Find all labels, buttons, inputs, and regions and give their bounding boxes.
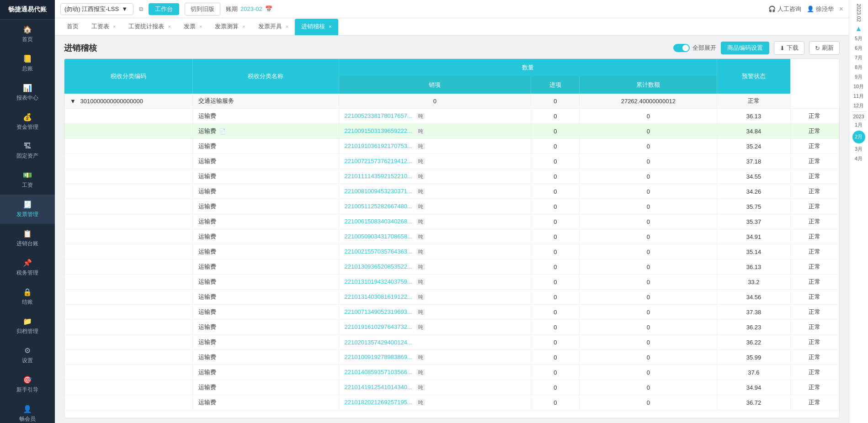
tab-close-工资表[interactable]: ×: [113, 24, 116, 29]
tab-工资表[interactable]: 工资表×: [85, 19, 122, 35]
cell-name: 运输费: [192, 305, 339, 320]
cell-invoice: 2210182021269257195... 吨: [339, 395, 531, 410]
unit-tag: 吨: [416, 249, 425, 255]
cell-code: [64, 365, 192, 380]
cell-code: [64, 259, 192, 275]
unit-tag: 吨: [416, 294, 425, 300]
headphone-icon: 🎧: [768, 5, 776, 12]
copy-icon[interactable]: ⧉: [139, 5, 143, 13]
cell-status: 正常: [790, 320, 839, 335]
cal-month-1月[interactable]: 1月: [852, 120, 865, 130]
cell-sale: 0: [531, 259, 580, 275]
tab-close-发票测算[interactable]: ×: [242, 24, 245, 29]
expand-icon[interactable]: ▼: [70, 98, 76, 105]
cal-up-arrow[interactable]: ▲: [854, 24, 863, 34]
tab-首页[interactable]: 首页: [60, 19, 85, 35]
sidebar-item-ledger[interactable]: 📒总账: [0, 49, 55, 78]
tab-发票开具[interactable]: 发票开具×: [252, 19, 295, 35]
sidebar-item-guide[interactable]: 🎯新手引导: [0, 370, 55, 399]
cell-status: 正常: [717, 94, 790, 109]
cell-invoice: 2210051125282667480... 吨: [339, 199, 531, 214]
sidebar-item-home[interactable]: 🏠首页: [0, 20, 55, 49]
sidebar-item-tax[interactable]: 📌税务管理: [0, 253, 55, 282]
right-calendar: 2023.02 ▲ 5月6月7月8月9月10月11月12月 2023 1月2月3…: [849, 0, 868, 423]
cell-invoice: 2210191036192170753... 吨: [339, 139, 531, 154]
cal-month-4月[interactable]: 4月: [852, 154, 865, 164]
tab-close-进销稽核[interactable]: ×: [329, 24, 331, 29]
topbar-right: 🎧 人工咨询 👤 徐泾华 ×: [768, 5, 843, 13]
period-selector[interactable]: 账期 2023-02 📅: [226, 5, 272, 13]
sidebar-item-invoice[interactable]: 🧾发票管理: [0, 195, 55, 224]
support-button[interactable]: 🎧 人工咨询: [768, 5, 801, 13]
cell-input: 0: [580, 275, 717, 290]
cal-month-8月[interactable]: 8月: [852, 63, 866, 72]
cal-month-7月[interactable]: 7月: [852, 53, 866, 63]
unit-tag: 吨: [416, 128, 425, 134]
page-actions: 全部展开 商品编码设置 ⬇ 下载 ↻ 刷新: [673, 41, 840, 55]
expand-toggle[interactable]: 全部展开: [673, 44, 716, 52]
settings-button[interactable]: 商品编码设置: [721, 42, 769, 54]
cal-month-10月[interactable]: 10月: [852, 82, 866, 91]
cal-month-2月[interactable]: 2月: [852, 131, 865, 143]
sidebar-item-report[interactable]: 📊报表中心: [0, 78, 55, 107]
table-row: 运输费 2210050903431708658... 吨 0 0 34.91 正…: [64, 229, 839, 244]
cell-status: 正常: [790, 124, 839, 139]
cell-invoice: 2210100919278983869... 吨: [339, 350, 531, 365]
unit-tag: 吨: [416, 233, 425, 240]
workspace-button[interactable]: 工作台: [149, 3, 179, 15]
cal-month-5月[interactable]: 5月: [852, 34, 866, 43]
settings-icon: ⚙: [24, 346, 31, 355]
cell-total: 37.6: [717, 365, 790, 380]
topbar-close-button[interactable]: ×: [839, 5, 843, 13]
cal-month-9月[interactable]: 9月: [852, 72, 866, 82]
switch-version-button[interactable]: 切到旧版: [185, 3, 220, 16]
table-row: 运输费 2210140859357103566... 吨 0 0 37.6 正常: [64, 365, 839, 380]
cell-input: 0: [580, 214, 717, 229]
cell-input: 0: [580, 169, 717, 184]
cell-sale: 0: [531, 350, 580, 365]
cal-month-11月[interactable]: 11月: [852, 91, 866, 101]
tab-发票测算[interactable]: 发票测算×: [208, 19, 251, 35]
cell-sale: 0: [531, 320, 580, 335]
sidebar-item-close[interactable]: 🔒结账: [0, 282, 55, 312]
sidebar-item-settings[interactable]: ⚙设置: [0, 341, 55, 370]
sidebar-item-sales[interactable]: 📋进销台账: [0, 224, 55, 253]
cell-invoice: 2210061508340340268... 吨: [339, 214, 531, 229]
cell-total: 36.13: [717, 109, 790, 124]
sidebar-item-archive[interactable]: 📁归档管理: [0, 312, 55, 341]
cell-total: 34.55: [717, 169, 790, 184]
cell-sale: 0: [531, 244, 580, 259]
table-row: 运输费 📄 2210091503139659222... 吨 0 0 34.84…: [64, 124, 839, 139]
tab-进销稽核[interactable]: 进销稽核×: [295, 19, 338, 35]
table-row: 运输费 2210051125282667480... 吨 0 0 35.75 正…: [64, 199, 839, 214]
user-menu[interactable]: 👤 徐泾华: [807, 5, 834, 13]
refresh-button[interactable]: ↻ 刷新: [809, 41, 840, 55]
cell-status: 正常: [790, 350, 839, 365]
table-row: 运输费 2210130936520853522... 吨 0 0 36.13 正…: [64, 259, 839, 275]
member-icon: 👤: [23, 405, 32, 413]
cell-sale: 0: [531, 380, 580, 395]
cell-code: [64, 380, 192, 395]
cell-name: 运输费: [192, 229, 339, 244]
toggle-switch[interactable]: [673, 44, 690, 52]
cell-status: 正常: [790, 184, 839, 199]
cal-month-6月[interactable]: 6月: [852, 43, 866, 53]
tab-发票[interactable]: 发票×: [177, 19, 208, 35]
sidebar-item-assets[interactable]: 🏗固定资产: [0, 137, 55, 165]
cell-total: 36.22: [717, 335, 790, 350]
cal-month-12月[interactable]: 12月: [852, 101, 866, 111]
download-button[interactable]: ⬇ 下载: [774, 41, 804, 55]
company-selector[interactable]: (勿动) 江西报宝-LSS ▼: [60, 3, 133, 15]
sidebar-item-capital[interactable]: 💰资金管理: [0, 107, 55, 137]
cal-month-3月[interactable]: 3月: [852, 144, 865, 154]
tab-工资统计报表[interactable]: 工资统计报表×: [122, 19, 177, 35]
cell-invoice: 2210130936520853522... 吨: [339, 259, 531, 275]
table-row: 运输费 2210052338178017657... 吨 0 0 36.13 正…: [64, 109, 839, 124]
tab-close-发票[interactable]: ×: [199, 24, 202, 29]
tab-close-工资统计报表[interactable]: ×: [168, 24, 170, 29]
sidebar-item-salary[interactable]: 💵工资: [0, 165, 55, 195]
sidebar-item-member[interactable]: 👤畅会员: [0, 399, 55, 423]
col-subheader-input: 进项: [531, 76, 580, 94]
tab-close-发票开具[interactable]: ×: [286, 24, 288, 29]
table-row: 运输费 2210141912541014340... 吨 0 0 34.94 正…: [64, 380, 839, 395]
